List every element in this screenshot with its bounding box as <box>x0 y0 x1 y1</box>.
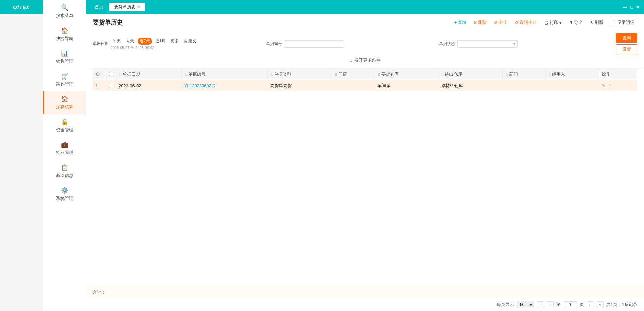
row-checkbox-0[interactable] <box>109 83 113 87</box>
doc-number-col-header[interactable]: 单据编号 <box>182 68 268 80</box>
sidebar-item-system[interactable]: ⚙️ 系统管理 <box>43 183 86 206</box>
brand-name: OfTEn <box>13 4 30 10</box>
expand-filter-button[interactable]: ⌄ 展开更多条件 <box>93 56 637 64</box>
sidebar-item-shortcuts[interactable]: 🏠 快捷导航 <box>43 23 86 46</box>
sales-icon: 📊 <box>61 50 68 57</box>
show-detail-button[interactable]: ☐ 显示明细 <box>609 18 637 27</box>
sidebar-item-finance[interactable]: 🔒 资金管理 <box>43 114 86 137</box>
row-req-warehouse: 车间库 <box>375 80 438 91</box>
sidebar-label-shortcuts: 快捷导航 <box>56 36 73 42</box>
sidebar-item-search[interactable]: 🔍 搜索菜单 <box>43 0 86 23</box>
delete-icon: ✕ <box>473 20 477 25</box>
doc-status-select[interactable] <box>457 40 518 48</box>
date-range-display: 2023-05-27 至 2023-06-02 <box>111 45 198 50</box>
basic-icon: 📋 <box>61 164 68 171</box>
tab-label-requisition-history: 要货单历史 <box>114 4 136 10</box>
page-size-select[interactable]: 50 10 20 100 <box>517 301 534 308</box>
sidebar-item-inventory[interactable]: 🏠 库存核算 <box>43 91 86 114</box>
close-icon[interactable]: ✕ <box>636 5 640 10</box>
delete-button[interactable]: ✕ 删除 <box>471 18 489 27</box>
doc-date-col-header[interactable]: 单据日期 <box>116 68 182 80</box>
more-action-icon[interactable]: ⋮ <box>608 83 612 88</box>
doc-type-col-header[interactable]: 单据类型 <box>267 68 332 80</box>
inventory-icon: 🏠 <box>61 95 68 103</box>
sidebar-item-operations[interactable]: 💼 经营管理 <box>43 137 86 160</box>
first-page-button[interactable]: « <box>537 301 544 308</box>
add-button[interactable]: + 新增 <box>452 19 468 27</box>
summary-label: 合计： <box>93 290 106 295</box>
department-col-header[interactable]: 部门 <box>503 68 546 80</box>
doc-status-label: 单据状态 <box>439 41 455 47</box>
tab-requisition-history[interactable]: 要货单历史× <box>109 3 145 11</box>
date-btn-7days[interactable]: 近7天 <box>138 38 152 45</box>
row-pending-warehouse: 原材料仓库 <box>438 80 503 91</box>
tab-home[interactable]: 首页 <box>90 3 108 11</box>
total-label: 共1页，1条记录 <box>606 302 637 308</box>
row-doc-type: 要货单要货 <box>267 80 332 91</box>
minimize-icon[interactable]: — <box>623 5 627 10</box>
sidebar-label-basic: 基础信息 <box>56 173 73 179</box>
main-area: 首页要货单历史× — □ ✕ 要货单历史 + 新增 ✕ 删除 ⊘ 中止 ⊘ <box>86 0 644 311</box>
export-button[interactable]: ⬆ 导出 <box>567 18 585 27</box>
maximize-icon[interactable]: □ <box>630 5 633 10</box>
page-label-2: 页 <box>580 302 584 308</box>
stop-icon: ⊘ <box>494 20 498 25</box>
cancel-stop-button[interactable]: ⊘ 取消中止 <box>513 18 539 27</box>
doc-status-select-wrapper <box>457 40 518 48</box>
tab-label-home: 首页 <box>95 4 103 10</box>
checkbox-col-header <box>106 68 116 80</box>
page-label: 第 <box>556 302 561 308</box>
page-header: 要货单历史 + 新增 ✕ 删除 ⊘ 中止 ⊘ 取消中止 🖨 打印 <box>86 14 644 30</box>
select-all-checkbox[interactable] <box>109 72 113 76</box>
sidebar-label-system: 系统管理 <box>56 195 73 202</box>
doc-number-label: 单据编号 <box>266 41 282 47</box>
sidebar-label-finance: 资金管理 <box>56 127 73 133</box>
prev-page-button[interactable]: ‹ <box>547 301 554 308</box>
table-settings-icon[interactable]: ⚙ <box>95 71 100 77</box>
purchase-icon: 🛒 <box>61 73 68 80</box>
req-warehouse-col-header[interactable]: 要货仓库 <box>375 68 438 80</box>
export-icon: ⬆ <box>569 20 573 25</box>
sidebar-label-inventory: 库存核算 <box>56 104 73 110</box>
handler-col-header[interactable]: 经手人 <box>546 68 599 80</box>
date-filter-group: 单据日期 昨天 今天 近7天 近1月 更多 自定义 2023-05-27 至 2… <box>93 38 259 50</box>
row-handler <box>546 80 599 91</box>
row-actions: ✎ ⋮ <box>599 80 637 91</box>
page-number-input[interactable] <box>564 301 577 308</box>
sidebar-item-purchase[interactable]: 🛒 采购管理 <box>43 69 86 91</box>
date-btn-yesterday[interactable]: 昨天 <box>111 38 123 45</box>
refresh-button[interactable]: ↻ 刷新 <box>588 18 605 27</box>
row-department <box>503 80 546 91</box>
query-button[interactable]: 查询 <box>616 33 637 43</box>
next-page-button[interactable]: › <box>587 301 593 308</box>
pending-warehouse-col-header[interactable]: 待出仓库 <box>438 68 503 80</box>
action-icons: ✎ ⋮ <box>602 83 635 88</box>
date-btn-1month[interactable]: 近1月 <box>153 38 168 45</box>
table-row[interactable]: 1 2023-06-02 YH-20230602-0 要货单要货 车间库 原材料… <box>93 80 637 91</box>
doc-number-link[interactable]: YH-20230602-0 <box>184 83 215 88</box>
stop-button[interactable]: ⊘ 中止 <box>492 18 509 27</box>
refresh-icon: ↻ <box>590 20 594 25</box>
date-btn-custom[interactable]: 自定义 <box>182 38 198 45</box>
date-btn-today[interactable]: 今天 <box>124 38 136 45</box>
page-title: 要货单历史 <box>93 18 452 27</box>
tab-close-requisition-history[interactable]: × <box>138 5 140 9</box>
sidebar-item-sales[interactable]: 📊 销售管理 <box>43 46 86 69</box>
doc-number-input[interactable] <box>284 40 344 48</box>
print-button[interactable]: 🖨 打印 ▾ <box>542 18 564 27</box>
date-btn-more[interactable]: 更多 <box>169 38 181 45</box>
doc-status-filter-group: 单据状态 <box>439 40 606 48</box>
row-checkbox-cell <box>106 80 116 91</box>
store-col-header[interactable]: 门店 <box>332 68 375 80</box>
sidebar-item-basic[interactable]: 📋 基础信息 <box>43 160 86 183</box>
date-buttons: 昨天 今天 近7天 近1月 更多 自定义 2023-05-27 至 2023-0… <box>111 38 198 50</box>
sidebar: 🔍 搜索菜单 🏠 快捷导航 📊 销售管理 🛒 采购管理 🏠 库存核算 🔒 资金管… <box>43 0 86 311</box>
top-bar-right: — □ ✕ <box>623 5 640 10</box>
filter-settings-button[interactable]: 设置 <box>616 44 637 54</box>
sidebar-label-operations: 经营管理 <box>56 150 73 156</box>
operations-icon: 💼 <box>61 141 68 148</box>
edit-action-icon[interactable]: ✎ <box>602 83 606 88</box>
data-table: ⚙ 单据日期 单据编号 单据类型 门店 要货仓库 待出仓库 部门 经手人 操 <box>93 68 637 91</box>
last-page-button[interactable]: » <box>596 301 604 308</box>
print-dropdown-icon: ▾ <box>559 20 562 25</box>
